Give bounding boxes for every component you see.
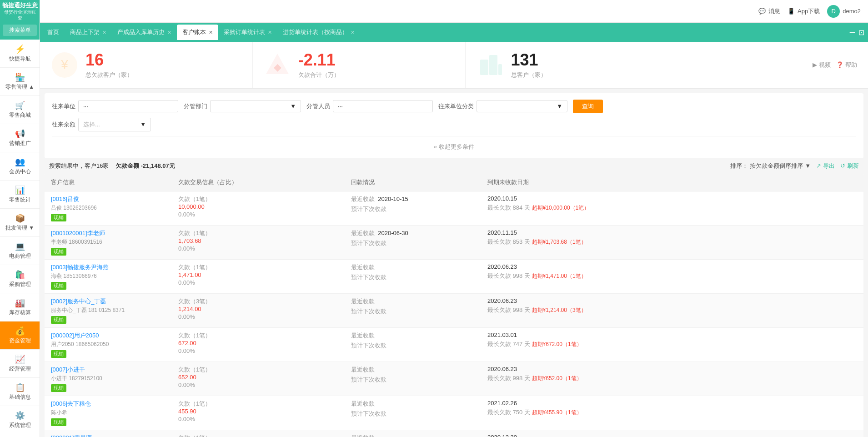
tab-production-history[interactable]: 产成品入库单历史 ✕ [112,25,177,40]
tab-purchase-summary-close[interactable]: ✕ [268,30,272,35]
tab-collapse-icon[interactable]: ─ [850,28,855,37]
overdue-amount-link[interactable]: 超期¥672.00（1笔） [532,341,582,347]
debt-amount[interactable]: 1,471.00 [178,271,338,278]
message-icon: 💬 [758,8,766,15]
debt-amount[interactable]: 455.90 [178,408,338,415]
tab-customer-account[interactable]: 客户账本 ✕ [177,25,218,40]
help-button[interactable]: ❓ 帮助 [836,61,857,69]
sidebar-item-quick-nav[interactable]: ⚡ 快捷导航 [0,40,40,68]
sidebar-item-inventory[interactable]: 🏭 库存核算 [0,293,40,321]
debt-amount[interactable]: 1,214.00 [178,306,338,312]
tab-products-off[interactable]: 商品上下架 ✕ [65,25,112,40]
avatar: D [827,5,840,18]
tab-production-history-close[interactable]: ✕ [167,30,171,35]
sidebar-item-member[interactable]: 👥 会员中心 [0,152,40,181]
tab-customer-account-close[interactable]: ✕ [209,30,213,35]
last-collection: 最近收款 [351,297,475,306]
customer-tag: 现销 [51,384,66,392]
last-collection: 最近收款 2020-06-30 [351,229,475,237]
collection-cell: 最近收款 预计下次收款 [345,396,481,430]
customer-name-link[interactable]: [0006]去下粮仓 [51,400,166,408]
collection-cell: 最近收款 预计下次收款 [345,430,481,437]
unit-category-select[interactable]: ▼ [477,100,567,112]
sidebar-item-operations[interactable]: 📈 经营管理 [0,350,40,378]
col-due-date: 到期未收款日期 [481,174,863,191]
customer-contact: 陈小希 [51,409,166,417]
sidebar-item-label: 快捷导航 [9,55,31,62]
download-button[interactable]: 📱 App下载 [788,7,820,15]
debt-amount[interactable]: 652.00 [178,374,338,381]
dept-select[interactable]: ▼ [210,100,301,112]
sidebar-item-enterprise[interactable]: 🤝 企业协同 [0,434,40,437]
sidebar-item-retail-mall[interactable]: 🛒 零售商城 [0,96,40,124]
tab-stock-summary-close[interactable]: ✕ [351,30,355,35]
debt-amount[interactable]: 10,000.00 [178,203,338,210]
sidebar-item-label: 会员中心 [9,168,31,175]
debt-percent: 0.00% [178,416,338,422]
debt-percent: 0.00% [178,382,338,388]
tab-products-off-close[interactable]: ✕ [102,30,106,35]
refresh-button[interactable]: ↺ 刷新 [840,162,859,170]
sidebar-item-retail-stats[interactable]: 📊 零售统计 [0,181,40,209]
filter-unit-category: 往来单位分类 ▼ [438,100,567,112]
overdue-amount-link[interactable]: 超期¥10,000.00（1笔） [532,205,590,211]
customer-name-link[interactable]: [0001020001]李老师 [51,229,166,237]
source-unit-input[interactable]: ··· [78,100,178,112]
sidebar-item-retail-mgmt[interactable]: 🏪 零售管理 ▲ [0,68,40,96]
debt-amount[interactable]: 672.00 [178,340,338,347]
sidebar-item-marketing[interactable]: 📢 营销推广 [0,124,40,152]
sidebar-item-finance[interactable]: 💰 资金管理 [0,321,40,350]
collection-cell: 最近收款 2020-06-30 预计下次收款 [345,225,481,259]
collapse-button[interactable]: « 收起更多条件 [52,140,856,154]
view-video-button[interactable]: ▶ 视频 [813,61,831,69]
message-button[interactable]: 💬 消息 [758,7,780,15]
col-customer-info: 客户信息 [45,174,172,191]
person-input[interactable]: ··· [333,100,433,112]
debt-amount-label: 欠款合计（万） [298,71,340,79]
table-row: [0001020001]李老师 李老师 18600391516 现销 欠款（1笔… [45,225,863,259]
search-button[interactable]: 查询 [573,100,603,113]
overdue-amount-link[interactable]: 超期¥1,703.68（1笔） [532,239,587,245]
collection-cell: 最近收款 预计下次收款 [345,259,481,293]
sidebar-item-batch-mgmt[interactable]: 📦 批发管理 ▼ [0,209,40,237]
tab-maximize-icon[interactable]: ⊡ [858,28,864,37]
overdue-amount-link[interactable]: 超期¥1,471.00（1笔） [532,273,587,279]
next-collection: 预计下次收款 [351,205,475,213]
tab-purchase-summary-label: 采购订单统计表 [224,28,265,36]
sidebar-item-purchase[interactable]: 🛍️ 采购管理 [0,265,40,293]
tab-stock-summary-label: 进货单统计表（按商品） [283,28,348,36]
table-row: [0007]小进干 小进干 18279152100 现销 欠款（1笔） 652.… [45,362,863,396]
stat-topright-actions: ▶ 视频 ❓ 帮助 [813,61,857,69]
results-text: 搜索结果中，客户16家 [49,162,109,169]
customer-name-link[interactable]: [0002]服务中心_丁磊 [51,297,166,306]
collection-cell: 最近收款 预计下次收款 [345,293,481,327]
overdue-amount-link[interactable]: 超期¥1,214.00（3笔） [532,307,587,313]
customer-name-link[interactable]: [0003]畅捷服务尹海燕 [51,263,166,271]
sidebar-item-system[interactable]: ⚙️ 系统管理 [0,406,40,434]
overdue-amount-link[interactable]: 超期¥652.00（1笔） [532,375,582,382]
sidebar-item-label: 批发管理 ▼ [5,225,34,231]
balance-placeholder: 选择... [83,121,100,129]
customer-name-link[interactable]: [000001]黄思源 [51,434,166,437]
export-button[interactable]: ↗ 导出 [816,162,835,170]
debt-amount[interactable]: 1,703.68 [178,237,338,244]
tab-stock-summary[interactable]: 进货单统计表（按商品） ✕ [277,25,360,40]
tab-purchase-summary[interactable]: 采购订单统计表 ✕ [218,25,277,40]
collapse-arrow-icon: « [434,143,437,150]
last-collection: 最近收款 [351,400,475,408]
customer-name-link[interactable]: [0007]小进干 [51,366,166,374]
debt-info-cell: 欠款（1笔） 1,471.00 0.00% [172,259,345,293]
tab-home[interactable]: 首页 [42,25,65,40]
overdue-amount-link[interactable]: 超期¥455.90（1笔） [532,409,582,416]
user-menu[interactable]: D demo2 [827,5,861,18]
customer-tag: 现销 [51,282,66,290]
customer-name-link[interactable]: [0016]吕俊 [51,195,166,203]
balance-select[interactable]: 选择... ▼ [78,118,151,131]
sidebar-item-basic-info[interactable]: 📋 基础信息 [0,378,40,406]
sidebar-item-ecommerce[interactable]: 💻 电商管理 [0,237,40,265]
sort-button[interactable]: 排序： 按欠款金额倒序排序 ▼ [730,162,811,170]
due-date-cell: 2021.03.01 最长欠款 747 天 超期¥672.00（1笔） [481,327,863,362]
customer-name-link[interactable]: [000002]用户2050 [51,332,166,340]
results-info: 搜索结果中，客户16家 欠款金额 -21,148.07元 [49,162,175,170]
search-menu-button[interactable]: 搜索菜单 [3,25,37,36]
